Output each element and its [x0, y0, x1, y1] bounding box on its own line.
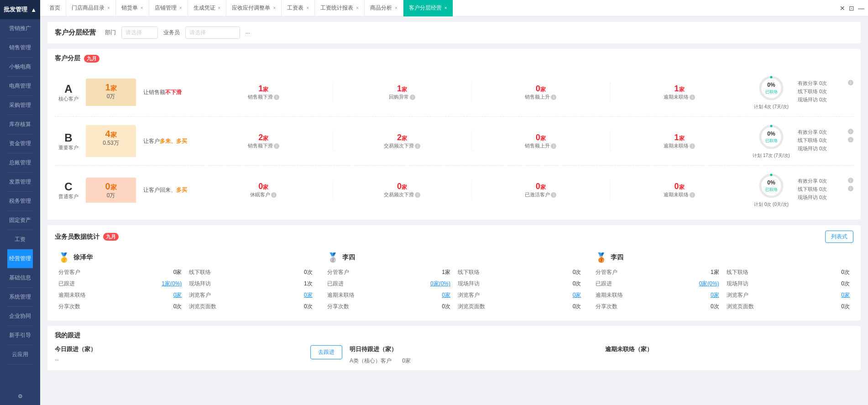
- close-window-icon[interactable]: ✕: [840, 5, 845, 12]
- sidebar-item-营销推广[interactable]: 营销推广: [7, 19, 33, 38]
- goto-followup-button[interactable]: 去跟进: [310, 345, 342, 359]
- sidebar-item-系统管理[interactable]: 系统管理: [7, 288, 33, 307]
- tab-close-icon[interactable]: ×: [356, 5, 359, 11]
- tab-close-icon[interactable]: ×: [107, 5, 110, 11]
- sidebar-item-库存核算[interactable]: 库存核算: [7, 115, 33, 134]
- tier-stats: 1家 销售额下滑 i 1家 回购异常 i 0家 销售额上升 i 1家 逾期未联络…: [194, 82, 748, 102]
- tab-生成凭证[interactable]: 生成凭证×: [188, 0, 227, 16]
- tier-stat-item[interactable]: 0家 已激活客户 i: [472, 180, 611, 200]
- tab-首页[interactable]: 首页: [44, 0, 66, 16]
- sidebar-item-发票管理[interactable]: 发票管理: [7, 173, 33, 192]
- staff-section-title: 业务员数据统计 九月: [55, 233, 119, 241]
- tier-stat-item[interactable]: 0家 交易频次下滑 i: [333, 180, 472, 200]
- info-icon[interactable]: i: [551, 95, 556, 100]
- info-icon[interactable]: i: [410, 95, 415, 100]
- sidebar-item-总账管理[interactable]: 总账管理: [7, 153, 33, 173]
- tab-close-icon[interactable]: ×: [444, 5, 447, 11]
- tab-close-icon[interactable]: ×: [273, 5, 276, 11]
- list-view-button[interactable]: 列表式: [825, 231, 853, 243]
- tab-店铺管理[interactable]: 店铺管理×: [149, 0, 188, 16]
- sidebar-item-企业协同[interactable]: 企业协同: [7, 307, 33, 326]
- right-stat-row: 现场拜访 0次: [798, 145, 853, 152]
- sidebar-item-税务管理[interactable]: 税务管理: [7, 192, 33, 211]
- tier-stat-item[interactable]: 1家 逾期未联络 i: [610, 131, 748, 151]
- tab-工资统计报表[interactable]: 工资统计报表×: [315, 0, 365, 16]
- sidebar-item-经营管理[interactable]: 经营管理: [7, 249, 33, 268]
- info-icon[interactable]: i: [848, 137, 853, 142]
- staff-stat-left-2: 逾期未联络 0家: [596, 290, 719, 300]
- tier-stat-item[interactable]: 0家 销售额上升 i: [472, 82, 611, 102]
- tab-门店商品目录[interactable]: 门店商品目录×: [66, 0, 116, 16]
- restore-window-icon[interactable]: ⊡: [849, 5, 854, 12]
- circle-sub: 已联络: [765, 89, 778, 94]
- sidebar-item-采购管理[interactable]: 采购管理: [7, 96, 33, 115]
- info-icon[interactable]: i: [848, 129, 853, 134]
- tab-close-icon[interactable]: ×: [218, 5, 221, 11]
- dept-select[interactable]: 请选择: [121, 26, 158, 39]
- info-icon[interactable]: i: [848, 80, 853, 85]
- tier-stat-item[interactable]: 1家 销售额下滑 i: [194, 82, 333, 102]
- page-title: 客户分层经营: [55, 28, 96, 37]
- tab-销货单[interactable]: 销货单×: [116, 0, 149, 16]
- sidebar-settings[interactable]: ⚙: [0, 388, 40, 405]
- tab-close-icon[interactable]: ×: [179, 5, 182, 11]
- tier-stat-item[interactable]: 0家 休眠客户 i: [194, 180, 333, 200]
- sidebar-header[interactable]: 批发管理 ▲: [0, 0, 40, 19]
- info-icon[interactable]: i: [551, 192, 556, 198]
- circle-plan: 计划 17次 (7天/次): [750, 153, 792, 159]
- tab-actions: ✕ ⊡ —: [840, 5, 864, 12]
- tab-应收应付调整单[interactable]: 应收应付调整单×: [226, 0, 282, 16]
- tab-close-icon[interactable]: ×: [395, 5, 397, 11]
- today-followup-content: ···: [55, 357, 303, 363]
- info-icon[interactable]: i: [415, 143, 420, 149]
- sidebar-item-固定资产[interactable]: 固定资产: [7, 211, 33, 230]
- sidebar-title: 批发管理: [4, 5, 27, 14]
- sidebar-item-云应用[interactable]: 云应用: [7, 345, 33, 364]
- sidebar-item-电商管理[interactable]: 电商管理: [7, 77, 33, 96]
- info-icon[interactable]: i: [848, 178, 853, 183]
- minimize-window-icon[interactable]: —: [858, 5, 864, 12]
- tier-stat-num: 1家: [198, 84, 329, 94]
- tier-stat-item[interactable]: 0家 销售额上升 i: [472, 131, 611, 151]
- info-icon[interactable]: i: [274, 143, 279, 149]
- sidebar-item-小畅电商[interactable]: 小畅电商: [7, 58, 33, 77]
- tier-count-A[interactable]: 1家 0万: [86, 79, 136, 106]
- info-icon[interactable]: i: [271, 192, 277, 198]
- tier-stat-item[interactable]: 2家 交易频次下滑 i: [333, 131, 472, 151]
- tier-stat-item[interactable]: 1家 回购异常 i: [333, 82, 472, 102]
- sidebar-toggle-icon[interactable]: ▲: [31, 6, 37, 13]
- staff-select[interactable]: 请选择: [185, 26, 240, 39]
- info-icon[interactable]: i: [848, 186, 853, 191]
- sidebar-item-资金管理[interactable]: 资金管理: [7, 134, 33, 153]
- tier-count-C[interactable]: 0家 0万: [86, 178, 136, 203]
- info-icon[interactable]: i: [690, 143, 695, 149]
- sidebar-item-基础信息[interactable]: 基础信息: [7, 268, 33, 288]
- tier-stat-item[interactable]: 1家 逾期未联络 i: [610, 82, 748, 102]
- goto-followup-wrapper: 去跟进: [310, 345, 342, 359]
- tier-name: 核心客户: [55, 95, 82, 102]
- info-icon[interactable]: i: [551, 143, 556, 149]
- info-icon[interactable]: i: [415, 192, 420, 198]
- info-icon[interactable]: i: [274, 95, 279, 100]
- info-icon[interactable]: i: [690, 192, 695, 198]
- sidebar-item-销售管理[interactable]: 销售管理: [7, 38, 33, 58]
- staff-month-badge: 九月: [103, 233, 119, 241]
- tier-count-content: 0家 0万: [86, 178, 136, 203]
- sidebar-item-新手引导[interactable]: 新手引导: [7, 326, 33, 345]
- tab-商品分析[interactable]: 商品分析×: [365, 0, 403, 16]
- tier-stat-item[interactable]: 0家 逾期未联络 i: [610, 180, 748, 200]
- staff-card-header: 🥈 李四: [327, 252, 581, 263]
- tab-label: 客户分层经营: [409, 4, 442, 12]
- filter-more[interactable]: ···: [246, 30, 250, 36]
- tab-工资表[interactable]: 工资表×: [282, 0, 315, 16]
- sidebar-item-工资[interactable]: 工资: [7, 230, 33, 249]
- tier-count-B[interactable]: 4家 0.53万: [86, 125, 136, 157]
- tab-close-icon[interactable]: ×: [306, 5, 309, 11]
- circle-sub: 已联络: [765, 138, 778, 143]
- tab-客户分层经营[interactable]: 客户分层经营×: [403, 0, 453, 16]
- info-icon[interactable]: i: [690, 95, 695, 100]
- tier-label-B: B 重要客户: [55, 131, 82, 151]
- tier-stat-item[interactable]: 2家 销售额下滑 i: [194, 131, 333, 151]
- tab-close-icon[interactable]: ×: [141, 5, 143, 11]
- staff-stat-right-1: 现场拜访 1次: [189, 279, 312, 289]
